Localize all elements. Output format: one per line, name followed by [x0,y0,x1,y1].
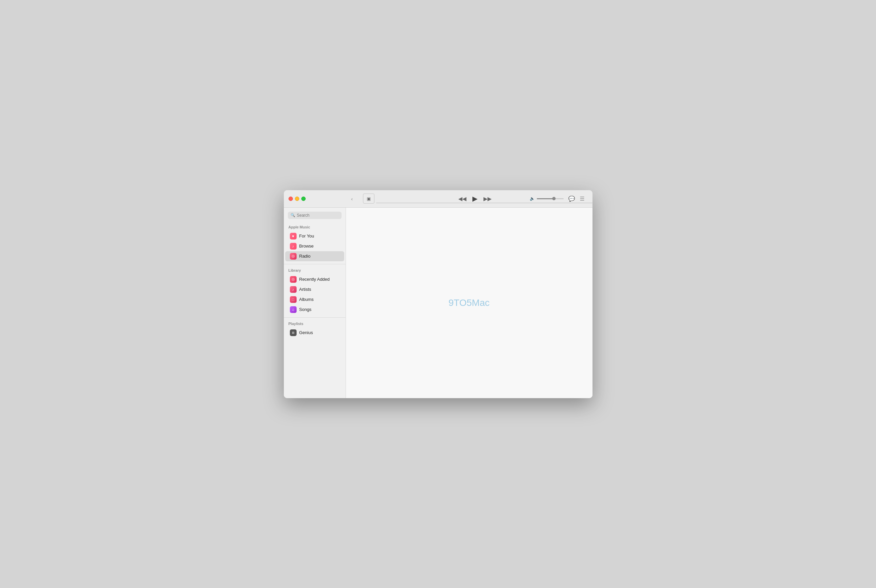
sidebar-item-label: Browse [299,243,314,249]
divider-2 [284,317,346,318]
watermark: 9TO5Mac [448,297,489,308]
sidebar-item-label: Songs [299,307,312,312]
traffic-lights: ‹ [284,196,358,202]
sidebar-item-genius[interactable]: ⊞ Genius [285,328,344,338]
album-art-button[interactable]: ▣ [363,194,374,204]
sidebar-item-albums[interactable]: □ Albums [285,294,344,304]
divider-1 [284,264,346,264]
browse-icon: ♪ [290,243,297,249]
sidebar-item-label: For You [299,234,314,238]
queue-button[interactable]: ☰ [580,195,585,202]
close-button[interactable] [288,196,293,201]
volume-slider[interactable] [537,198,564,199]
sidebar-item-label: Artists [299,287,311,292]
genius-icon: ⊞ [290,329,297,336]
queue-icon: ☰ [580,196,585,202]
rewind-icon: ◀◀ [458,195,466,202]
volume-control[interactable]: 🔈 [530,196,564,201]
sidebar-item-browse[interactable]: ♪ Browse [285,241,344,251]
volume-icon: 🔈 [530,196,535,201]
library-section-label: Library [284,267,346,274]
songs-icon: ♫ [290,306,297,313]
right-controls: 💬 ☰ [568,195,587,202]
chevron-left-icon: ‹ [351,196,353,202]
sidebar-item-label: Radio [299,254,310,259]
content-wrapper: 9TO5Mac [346,208,592,398]
lyrics-icon: 💬 [568,196,575,202]
content-area: 9TO5Mac [346,208,592,398]
app-window: ‹ ▣ ◀◀ ▶ ▶▶ [284,190,592,398]
sidebar-item-artists[interactable]: ♪ Artists [285,285,344,294]
sidebar: 🔍 Apple Music ♥ For You ♪ Browse ◎ Radio… [284,208,346,398]
album-art-icon: ▣ [367,196,371,201]
sidebar-item-songs[interactable]: ♫ Songs [285,304,344,315]
artists-icon: ♪ [290,286,297,293]
search-input-wrap[interactable]: 🔍 [288,212,342,219]
volume-knob [552,197,556,200]
player-area: ▣ ◀◀ ▶ ▶▶ 🔈 [358,194,592,204]
play-button[interactable]: ▶ [472,195,477,202]
sidebar-item-for-you[interactable]: ♥ For You [285,231,344,241]
sidebar-item-recently-added[interactable]: ◎ Recently Added [285,274,344,285]
rewind-button[interactable]: ◀◀ [458,195,466,202]
lyrics-button[interactable]: 💬 [568,195,575,202]
main-content: 🔍 Apple Music ♥ For You ♪ Browse ◎ Radio… [284,208,592,398]
search-icon: 🔍 [291,213,295,218]
search-input[interactable] [297,213,339,218]
sidebar-item-radio[interactable]: ◎ Radio [285,251,344,261]
recently-added-icon: ◎ [290,276,297,283]
minimize-button[interactable] [295,196,299,201]
maximize-button[interactable] [301,196,306,201]
transport-controls: ◀◀ ▶ ▶▶ [458,195,492,202]
progress-bar[interactable] [376,202,592,204]
sidebar-item-label: Genius [299,330,313,335]
progress-track [376,202,592,203]
volume-fill [537,198,553,199]
fast-forward-icon: ▶▶ [483,195,492,202]
fast-forward-button[interactable]: ▶▶ [483,195,492,202]
search-container: 🔍 [284,212,346,224]
play-icon: ▶ [472,195,477,202]
for-you-icon: ♥ [290,233,297,240]
sidebar-item-label: Recently Added [299,277,330,282]
sidebar-item-label: Albums [299,297,314,302]
apple-music-section-label: Apple Music [284,224,346,231]
titlebar: ‹ ▣ ◀◀ ▶ ▶▶ [284,190,592,208]
sidebar-toggle-button[interactable]: ‹ [351,196,353,202]
radio-icon: ◎ [290,253,297,260]
albums-icon: □ [290,296,297,303]
playlists-section-label: Playlists [284,320,346,328]
